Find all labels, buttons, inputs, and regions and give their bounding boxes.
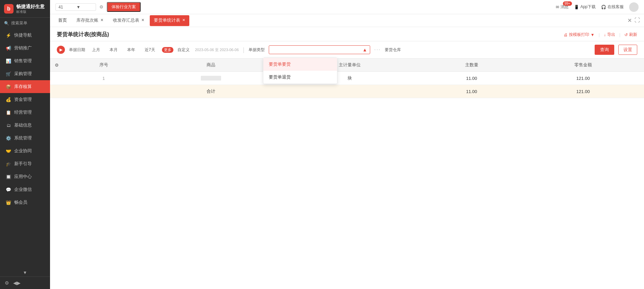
gear-icon[interactable]: ⚙ bbox=[99, 4, 103, 9]
last-7-days-btn[interactable]: 近7天 bbox=[142, 46, 158, 54]
tab-receivable-summary[interactable]: 收发存汇总表 ✕ bbox=[109, 15, 148, 26]
message-icon: ✉ bbox=[556, 5, 559, 9]
sidebar-item-label: 企业协同 bbox=[14, 148, 32, 154]
sidebar-item-member[interactable]: 👑 畅会员 bbox=[0, 196, 50, 209]
enterprise-icon: 🤝 bbox=[5, 149, 11, 154]
sidebar-item-label: 快捷导航 bbox=[14, 32, 32, 38]
store-selector[interactable]: 41 ▼ bbox=[55, 3, 96, 11]
sidebar-item-label: 经营管理 bbox=[14, 109, 32, 115]
sidebar-item-wecom[interactable]: 💬 企业微信 bbox=[0, 183, 50, 196]
close-all-icon[interactable]: ✕ bbox=[627, 17, 632, 24]
export-btn[interactable]: ↓ 导出 bbox=[604, 32, 615, 38]
sidebar-scroll-down[interactable]: ▼ bbox=[0, 269, 50, 276]
filter-toggle-btn[interactable]: ▶ bbox=[57, 46, 65, 54]
sidebar-item-inventory[interactable]: 📦 库存核算 bbox=[0, 80, 50, 93]
close-icon[interactable]: ✕ bbox=[182, 18, 185, 22]
chevron-down-icon: ▼ bbox=[23, 270, 27, 275]
sidebar-item-label: 资金管理 bbox=[14, 96, 32, 103]
col-quantity: 主数量 bbox=[421, 59, 522, 72]
finance-icon: 💰 bbox=[5, 97, 11, 102]
dropdown-item-order-goods[interactable]: 要货单要货 bbox=[263, 58, 337, 71]
row-amount[interactable]: 121.00 bbox=[522, 72, 644, 85]
sidebar-item-marketing[interactable]: 📢 营销推广 bbox=[0, 42, 50, 54]
close-icon[interactable]: ✕ bbox=[100, 18, 103, 22]
sidebar-item-basic[interactable]: 🗂 基础信息 bbox=[0, 119, 50, 132]
maximize-icon[interactable]: ⛶ bbox=[635, 17, 640, 24]
sidebar-item-quick-nav[interactable]: ⚡ 快捷导航 bbox=[0, 29, 50, 42]
sidebar-item-system[interactable]: ⚙️ 系统管理 bbox=[0, 132, 50, 144]
tab-order-stats[interactable]: 要货单统计表 ✕ bbox=[150, 15, 189, 26]
promo-button[interactable]: 体验行业方案 bbox=[107, 2, 141, 12]
online-service-btn[interactable]: 🎧 在线客服 bbox=[601, 4, 624, 10]
custom-date-btn[interactable]: 自定义 bbox=[177, 47, 190, 53]
sidebar-nav: ⚡ 快捷导航 📢 营销推广 📊 销售管理 🛒 采购管理 📦 库存核算 💰 资金管… bbox=[0, 29, 50, 269]
sidebar-bottom: ⚙ ◀▶ bbox=[0, 276, 50, 289]
online-service-label: 在线客服 bbox=[607, 4, 624, 10]
sidebar-item-sales[interactable]: 📊 销售管理 bbox=[0, 54, 50, 67]
sidebar-search[interactable]: 🔍 搜索菜单 bbox=[0, 18, 50, 29]
sidebar-item-label: 应用中心 bbox=[14, 174, 32, 180]
row-index: 1 bbox=[64, 72, 144, 85]
guide-icon: 🎓 bbox=[5, 161, 11, 166]
top-header: 41 ▼ ⚙ 体验行业方案 ✉ 消息 99+ 📱 App下载 🎧 在线客服 bbox=[50, 0, 644, 14]
page-content: 要货单统计表(按商品) 🖨 按模板打印 ▼ | ↓ 导出 | ↺ 刷新 bbox=[50, 27, 644, 289]
table-header-row: ⚙ 序号 商品 主计量单位 主数量 零售金额 bbox=[50, 59, 644, 72]
chevron-up-icon[interactable]: ▲ bbox=[362, 47, 367, 52]
settings-icon[interactable]: ⚙ bbox=[5, 280, 9, 286]
sidebar-item-label: 系统管理 bbox=[14, 135, 32, 141]
app-logo-icon: b bbox=[4, 4, 14, 14]
tab-inventory-batch[interactable]: 库存批次账 ✕ bbox=[72, 15, 108, 26]
settings-btn[interactable]: 设置 bbox=[618, 45, 637, 55]
row-quantity[interactable]: 11.00 bbox=[421, 72, 522, 85]
refresh-label: 刷新 bbox=[629, 32, 637, 38]
service-icon: 🎧 bbox=[601, 5, 606, 9]
appstore-icon: 🔲 bbox=[5, 174, 11, 179]
this-month-btn[interactable]: 本月 bbox=[107, 46, 120, 54]
col-settings[interactable]: ⚙ bbox=[50, 59, 64, 72]
export-icon: ↓ bbox=[604, 32, 606, 37]
sidebar-item-finance[interactable]: 💰 资金管理 bbox=[0, 93, 50, 106]
collapse-icon[interactable]: ◀▶ bbox=[13, 280, 21, 286]
messages-badge: 99+ bbox=[563, 1, 572, 6]
sidebar-item-label: 库存核算 bbox=[14, 84, 32, 90]
sidebar-item-guide[interactable]: 🎓 新手引导 bbox=[0, 157, 50, 170]
page-title-bar: 要货单统计表(按商品) 🖨 按模板打印 ▼ | ↓ 导出 | ↺ 刷新 bbox=[50, 27, 644, 41]
sidebar-item-appstore[interactable]: 🔲 应用中心 bbox=[0, 170, 50, 183]
col-index: 序号 bbox=[64, 59, 144, 72]
messages-btn[interactable]: ✉ 消息 99+ bbox=[556, 4, 569, 10]
tab-receivable-summary-label: 收发存汇总表 bbox=[113, 17, 139, 23]
app-name: 畅捷通好生意 bbox=[16, 3, 45, 9]
query-btn[interactable]: 查询 bbox=[595, 45, 614, 55]
page-title: 要货单统计表(按商品) bbox=[57, 31, 109, 38]
sidebar-item-enterprise[interactable]: 🤝 企业协同 bbox=[0, 144, 50, 157]
sales-icon: 📊 bbox=[5, 59, 11, 64]
print-btn[interactable]: 🖨 按模板打印 ▼ bbox=[564, 32, 595, 38]
sidebar-item-operations[interactable]: 📋 经营管理 bbox=[0, 106, 50, 119]
sidebar-item-label: 畅会员 bbox=[14, 199, 27, 205]
tab-inventory-batch-label: 库存批次账 bbox=[76, 17, 98, 23]
type-filter-input[interactable] bbox=[272, 47, 362, 52]
close-icon[interactable]: ✕ bbox=[141, 18, 144, 22]
sidebar-item-label: 新手引导 bbox=[14, 161, 32, 167]
dropdown-item-label: 要货单退货 bbox=[269, 74, 291, 80]
avatar[interactable] bbox=[629, 2, 639, 12]
refresh-btn[interactable]: ↺ 刷新 bbox=[624, 32, 637, 38]
dropdown-item-order-return[interactable]: 要货单退货 bbox=[263, 71, 337, 84]
total-quantity: 11.00 bbox=[421, 85, 522, 98]
chevron-down-icon: ▼ bbox=[591, 32, 595, 37]
last-month-btn[interactable]: 上月 bbox=[89, 46, 103, 54]
sidebar: b 畅捷通好生意 标准版 🔍 搜索菜单 ⚡ 快捷导航 📢 营销推广 📊 销售管理… bbox=[0, 0, 50, 289]
more-date-badge[interactable]: 更多 bbox=[162, 47, 173, 53]
dropdown-item-label: 要货单要货 bbox=[269, 62, 291, 67]
tab-bar: 首页 库存批次账 ✕ 收发存汇总表 ✕ 要货单统计表 ✕ ✕ ⛶ bbox=[50, 14, 644, 27]
tab-home[interactable]: 首页 bbox=[54, 15, 71, 26]
app-download-btn[interactable]: 📱 App下载 bbox=[574, 4, 596, 10]
sidebar-item-purchase[interactable]: 🛒 采购管理 bbox=[0, 67, 50, 80]
sidebar-item-label: 销售管理 bbox=[14, 58, 32, 64]
filter-section: ▶ 单据日期 上月 本月 本年 近7天 更多 自定义 2023-05-06 至 … bbox=[50, 41, 644, 59]
sidebar-item-label: 采购管理 bbox=[14, 71, 32, 77]
row-product bbox=[144, 72, 278, 85]
more-filter-btn[interactable]: ··· bbox=[374, 47, 381, 53]
this-year-btn[interactable]: 本年 bbox=[124, 46, 138, 54]
type-filter-input-wrapper: ▲ bbox=[269, 45, 370, 54]
